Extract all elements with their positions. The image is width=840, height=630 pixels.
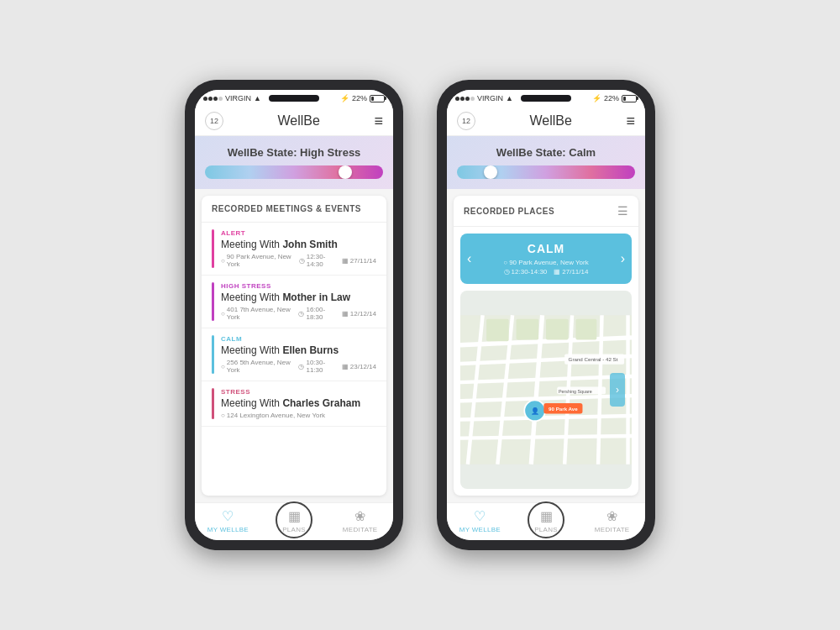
- meeting-content-3: STRESS Meeting With Charles Graham ○ 124…: [221, 388, 376, 419]
- meeting-name-0: Meeting With John Smith: [221, 239, 376, 250]
- card-header-left: RECORDED MEETINGS & EVENTS: [202, 196, 386, 223]
- calendar-icon-0: ▦: [342, 257, 349, 265]
- meeting-item-3[interactable]: STRESS Meeting With Charles Graham ○ 124…: [202, 381, 386, 427]
- place-next-button[interactable]: ›: [621, 251, 625, 266]
- svg-text:Grand Central - 42 St: Grand Central - 42 St: [569, 356, 618, 362]
- meeting-name-2: Meeting With Ellen Burns: [221, 344, 376, 356]
- menu-icon-left[interactable]: ≡: [374, 113, 383, 129]
- meeting-item-0[interactable]: ALERT Meeting With John Smith ○ 90 Park …: [202, 223, 386, 276]
- meeting-accent-3: [212, 388, 214, 419]
- tab-mywellbe-label-right: MY WELLBE: [459, 526, 501, 533]
- bluetooth-icon-left: ⚡: [340, 94, 349, 102]
- place-prev-button[interactable]: ‹: [467, 251, 471, 266]
- battery-fill-right: [623, 97, 626, 101]
- status-right-left: ⚡ 22%: [340, 94, 385, 102]
- place-location-icon: ○: [503, 259, 507, 266]
- menu-icon-right[interactable]: ≡: [626, 113, 635, 129]
- time-left: 4:21 PM: [285, 94, 317, 103]
- signal-dot-1: [203, 97, 207, 101]
- status-left: VIRGIN ▲: [203, 94, 261, 102]
- svg-rect-14: [517, 319, 539, 340]
- meeting-meta-0: ○ 90 Park Avenue, New York ◷ 12:30-14:30…: [221, 253, 376, 268]
- meeting-content-0: ALERT Meeting With John Smith ○ 90 Park …: [221, 229, 376, 268]
- battery-pct-right: 22%: [604, 94, 619, 102]
- heartbeat-icon-right: ♡: [474, 508, 486, 524]
- place-meta: ○ 90 Park Avenue, New York: [480, 259, 612, 266]
- hero-state-label-left: WellBe State:: [228, 146, 297, 159]
- nav-bar-left: 12 WellBe ≡: [195, 107, 393, 136]
- location-icon-1: ○: [221, 310, 225, 318]
- meeting-name-3: Meeting With Charles Graham: [221, 397, 376, 409]
- hero-right: WellBe State: Calm: [447, 136, 645, 189]
- clock-icon-1: ◷: [298, 310, 304, 318]
- place-slide: ‹ CALM ○ 90 Park Avenue, New York ◷ 12:3…: [460, 234, 632, 284]
- place-meta2: ◷ 12:30-14:30 ▦ 27/11/14: [480, 268, 612, 276]
- meeting-date-1: ▦ 12/12/14: [342, 306, 376, 321]
- tab-mywellbe-label-left: MY WELLBE: [207, 526, 249, 533]
- tab-meditate-right[interactable]: ❀ MEDITATE: [579, 508, 645, 533]
- svg-rect-16: [575, 319, 596, 340]
- stress-bar-right[interactable]: [457, 165, 635, 179]
- phone-left-screen: VIRGIN ▲ 4:21 PM ⚡ 22% 12 WellBe ≡: [195, 90, 393, 540]
- calendar-icon-2: ▦: [342, 363, 349, 370]
- signal-dot-3: [213, 97, 218, 101]
- tab-bar-left: ♡ MY WELLBE ▦ PLANS ❀ MEDITATE: [195, 502, 393, 540]
- signal-dot-r3: [465, 97, 470, 101]
- map-area-right: Grand Central - 42 St Pershing Square 👤 …: [460, 291, 632, 489]
- hero-state-value-left: High Stress: [300, 146, 360, 159]
- meeting-label-3: STRESS: [221, 388, 376, 396]
- heartbeat-icon-left: ♡: [222, 508, 234, 524]
- svg-text:👤: 👤: [531, 407, 539, 415]
- status-bar-right: VIRGIN ▲ 4:21 PM ⚡ 22%: [447, 90, 645, 107]
- place-label: CALM: [480, 242, 612, 255]
- stress-bar-left[interactable]: [205, 165, 383, 179]
- plans-icon-right: ▦: [540, 508, 553, 524]
- meeting-time-0: ◷ 12:30-14:30: [299, 253, 335, 268]
- status-left-right: VIRGIN ▲: [455, 94, 513, 102]
- clock-icon-0: ◷: [299, 257, 305, 265]
- tab-mywellbe-right[interactable]: ♡ MY WELLBE: [447, 508, 513, 533]
- app-title-left: WellBe: [278, 113, 320, 129]
- meeting-name-1: Meeting With Mother in Law: [221, 291, 376, 303]
- time-right: 4:21 PM: [537, 94, 569, 103]
- location-icon-3: ○: [221, 412, 225, 419]
- map-svg: Grand Central - 42 St Pershing Square 👤 …: [460, 291, 632, 489]
- tab-bar-right: ♡ MY WELLBE ▦ PLANS ❀ MEDITATE: [447, 502, 645, 540]
- svg-text:90 Park Ave: 90 Park Ave: [549, 406, 578, 412]
- location-icon-2: ○: [221, 363, 225, 370]
- hero-state-label-right: WellBe State:: [496, 146, 566, 159]
- map-next-arrow[interactable]: ›: [610, 373, 625, 407]
- tab-plans-left[interactable]: ▦ PLANS: [261, 508, 328, 533]
- meeting-time-2: ◷ 10:30-11:30: [298, 359, 334, 374]
- stress-indicator-right: [484, 165, 497, 179]
- card-title-left: RECORDED MEETINGS & EVENTS: [212, 204, 361, 213]
- bluetooth-icon-right: ⚡: [592, 94, 601, 102]
- meeting-item-2[interactable]: CALM Meeting With Ellen Burns ○ 256 5th …: [202, 328, 386, 381]
- place-time: ◷ 12:30-14:30: [504, 268, 548, 276]
- svg-rect-13: [486, 319, 509, 342]
- phone-left: VIRGIN ▲ 4:21 PM ⚡ 22% 12 WellBe ≡: [185, 80, 403, 550]
- signal-dot-r1: [455, 97, 459, 101]
- tab-plans-right[interactable]: ▦ PLANS: [513, 508, 580, 533]
- carrier-left: VIRGIN: [225, 94, 251, 102]
- nav-bar-right: 12 WellBe ≡: [447, 107, 645, 136]
- meeting-item-1[interactable]: HIGH STRESS Meeting With Mother in Law ○…: [202, 276, 386, 328]
- phone-right-screen: VIRGIN ▲ 4:21 PM ⚡ 22% 12 WellBe ≡: [447, 90, 645, 540]
- meeting-meta-1: ○ 401 7th Avenue, New York ◷ 16:00-18:30…: [221, 306, 376, 321]
- carrier-right: VIRGIN: [477, 94, 503, 102]
- meeting-time-1: ◷ 16:00-18:30: [298, 306, 334, 321]
- meeting-label-0: ALERT: [221, 229, 376, 237]
- meetings-card-left: RECORDED MEETINGS & EVENTS ALERT Meeting…: [202, 196, 386, 496]
- phone-right: VIRGIN ▲ 4:21 PM ⚡ 22% 12 WellBe ≡: [437, 80, 655, 550]
- app-title-right: WellBe: [530, 113, 572, 129]
- signal-dot-4: [218, 97, 223, 101]
- list-icon-right[interactable]: ☰: [617, 204, 628, 218]
- svg-text:Pershing Square: Pershing Square: [559, 389, 592, 394]
- tab-meditate-left[interactable]: ❀ MEDITATE: [327, 508, 393, 533]
- wifi-icon-left: ▲: [254, 94, 261, 102]
- meeting-location-1: ○ 401 7th Avenue, New York: [221, 306, 291, 321]
- place-date: ▦ 27/11/14: [554, 268, 588, 276]
- hero-state-right: WellBe State: Calm: [457, 146, 635, 159]
- tab-meditate-label-left: MEDITATE: [343, 526, 378, 533]
- tab-mywellbe-left[interactable]: ♡ MY WELLBE: [195, 508, 261, 533]
